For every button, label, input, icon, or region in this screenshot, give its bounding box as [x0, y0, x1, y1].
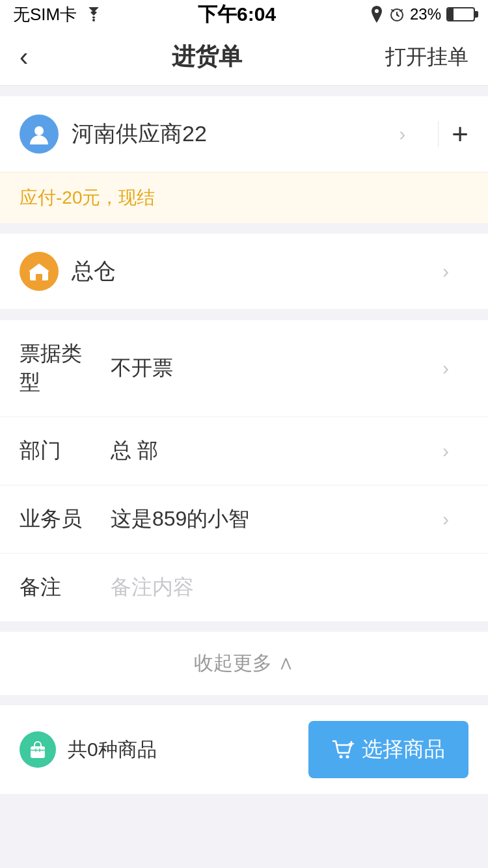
remark-row[interactable]: 备注 备注内容 [0, 554, 488, 621]
select-product-label: 选择商品 [362, 735, 445, 764]
select-product-button[interactable]: 选择商品 [308, 721, 468, 778]
svg-point-6 [340, 755, 343, 759]
warehouse-icon [20, 252, 59, 291]
dept-row[interactable]: 部门 总 部 › [0, 417, 488, 485]
add-button[interactable]: + [452, 118, 468, 150]
svg-point-7 [346, 755, 349, 759]
warehouse-name: 总仓 [72, 256, 442, 286]
salesperson-chevron-icon: › [442, 508, 449, 530]
invoice-value: 不开票 [98, 354, 442, 383]
warehouse-row[interactable]: 总仓 › [0, 234, 488, 310]
invoice-chevron-icon: › [442, 357, 449, 379]
collapse-label: 收起更多 ∧ [194, 652, 293, 673]
product-bag-icon [20, 731, 56, 768]
supplier-section: 河南供应商22 › + 应付-20元，现结 [0, 96, 488, 223]
page-title: 进货单 [172, 41, 242, 73]
alert-text: 应付-20元，现结 [20, 187, 155, 208]
content: 河南供应商22 › + 应付-20元，现结 总仓 › 票据类型 不开票 › 部门 [0, 96, 488, 794]
alert-banner: 应付-20元，现结 [0, 172, 488, 223]
supplier-row[interactable]: 河南供应商22 › + [0, 96, 488, 172]
product-count-text: 共0种商品 [68, 737, 157, 763]
status-right: 23% [370, 5, 475, 23]
product-count-area: 共0种商品 [20, 731, 157, 768]
invoice-label: 票据类型 [20, 340, 98, 397]
status-bar: 无SIM卡 下午6:04 23% [0, 0, 488, 29]
warehouse-chevron-icon: › [442, 260, 449, 282]
remark-label: 备注 [20, 573, 98, 602]
bottom-bar: 共0种商品 选择商品 [0, 705, 488, 794]
collapse-row[interactable]: 收起更多 ∧ [0, 632, 488, 695]
dept-chevron-icon: › [442, 440, 449, 462]
svg-rect-5 [31, 746, 45, 758]
remark-input[interactable]: 备注内容 [98, 573, 468, 602]
svg-point-2 [34, 126, 44, 135]
supplier-chevron-icon: › [399, 123, 405, 145]
supplier-avatar [20, 115, 59, 154]
battery-icon [446, 7, 475, 21]
status-time: 下午6:04 [198, 1, 276, 28]
salesperson-label: 业务员 [20, 505, 98, 534]
battery-percent: 23% [410, 5, 441, 23]
signal-text: 无SIM卡 [13, 3, 77, 26]
dept-label: 部门 [20, 437, 98, 465]
invoice-row[interactable]: 票据类型 不开票 › [0, 320, 488, 417]
location-icon [370, 6, 384, 23]
dept-value: 总 部 [98, 437, 442, 465]
nav-bar: ‹ 进货单 打开挂单 [0, 29, 488, 86]
vertical-divider [438, 121, 439, 147]
back-button[interactable]: ‹ [20, 42, 28, 72]
salesperson-value: 这是859的小智 [98, 505, 442, 534]
supplier-name: 河南供应商22 [72, 119, 399, 149]
open-pending-button[interactable]: 打开挂单 [385, 43, 468, 72]
form-section: 票据类型 不开票 › 部门 总 部 › 业务员 这是859的小智 › 备注 备注… [0, 320, 488, 621]
cart-plus-icon [332, 740, 354, 759]
status-left: 无SIM卡 [13, 3, 104, 26]
alarm-icon [389, 7, 405, 22]
svg-rect-4 [36, 274, 42, 280]
svg-point-0 [92, 19, 95, 21]
salesperson-row[interactable]: 业务员 这是859的小智 › [0, 485, 488, 554]
wifi-icon [83, 7, 104, 21]
